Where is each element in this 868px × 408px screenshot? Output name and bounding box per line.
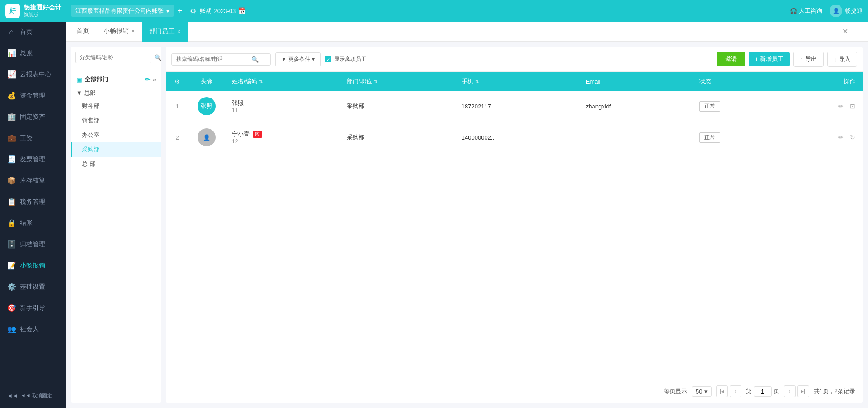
dept-child-general[interactable]: 总 部 [71, 157, 161, 171]
sidebar-item-expense[interactable]: 📝 小畅报销 [0, 255, 66, 276]
th-phone[interactable]: 手机 ⇅ [454, 72, 579, 91]
invite-button[interactable]: 邀请 [717, 52, 745, 66]
home-icon: ⌂ [7, 28, 15, 36]
ledger-icon: 📊 [7, 49, 15, 57]
sidebar-item-invoice[interactable]: 🧾 发票管理 [0, 149, 66, 170]
show-resign-label[interactable]: ✓ 显示离职员工 [325, 56, 367, 63]
edit-icon[interactable]: ✏ [838, 103, 844, 110]
table-header-row: ⚙ 头像 姓名/编码 ⇅ 部门/ [166, 72, 863, 91]
export-button[interactable]: ↑ 导出 [793, 52, 824, 67]
service-label: 人工咨询 [799, 7, 822, 15]
dept-child-label: 采购部 [82, 146, 99, 153]
th-dept[interactable]: 部门/职位 ⇅ [340, 72, 454, 91]
sidebar-item-funds[interactable]: 💰 资金管理 [0, 85, 66, 106]
emp-email: zhangxidf... [586, 103, 616, 110]
sidebar-bottom: ◄◄ ◄◄ 取消固定 [0, 383, 66, 408]
dept-child-office[interactable]: 办公室 [71, 128, 161, 142]
tab-home[interactable]: 首页 [69, 22, 96, 42]
sidebar-item-tax[interactable]: 📋 税务管理 [0, 191, 66, 212]
th-name[interactable]: 姓名/编码 ⇅ [225, 72, 340, 91]
page-next-button[interactable]: › [784, 385, 796, 397]
sidebar-item-archive[interactable]: 🗄️ 归档管理 [0, 234, 66, 255]
sidebar-item-inventory[interactable]: 📦 库存核算 [0, 170, 66, 191]
avatar-person-icon: 👤 [203, 134, 210, 141]
emp-dept: 采购部 [347, 102, 447, 110]
tab-dept-emp-close[interactable]: × [177, 28, 180, 35]
sidebar-item-label: 社会人 [20, 325, 39, 333]
emp-code: 12 [232, 138, 332, 145]
page-first-button[interactable]: |◂ [716, 385, 728, 397]
dept-parent-label: 总部 [84, 89, 96, 96]
top-right: 🎧 人工咨询 👤 畅捷通 [790, 5, 863, 17]
dept-search-icon[interactable]: 🔍 [154, 54, 161, 61]
edit-icon[interactable]: ✏ [838, 134, 844, 141]
export-icon: ↑ [800, 56, 803, 63]
close-window-button[interactable]: ✕ [840, 25, 850, 38]
toolbar: 🔍 ▼ 更多条件 ▾ ✓ 显示离职员工 邀请 + 新增员工 [166, 47, 863, 72]
dept-edit-icon[interactable]: ✏ [145, 76, 150, 83]
logo-area: 好 畅捷通好会计 旗舰版 [5, 4, 71, 18]
emp-dept: 采购部 [347, 133, 447, 141]
gear-icon: ⚙️ [7, 282, 15, 291]
dept-all-button[interactable]: ▣ 全部部门 ✏ « [71, 72, 161, 87]
main-search-input[interactable] [176, 56, 249, 62]
th-gear[interactable]: ⚙ [166, 72, 189, 91]
refresh-icon[interactable]: ↻ [850, 134, 855, 141]
dept-parent-head[interactable]: ▼ 总部 [71, 87, 161, 99]
filter-chevron-icon: ▾ [312, 56, 315, 62]
page-input-area: 第 1 页 [746, 386, 779, 397]
add-company-button[interactable]: + [174, 6, 186, 16]
sidebar-item-social[interactable]: 👥 社会人 [0, 319, 66, 340]
dept-search-input[interactable] [75, 52, 151, 63]
emp-phone: 140000002... [462, 134, 496, 141]
row-avatar: 张照 [189, 91, 225, 122]
page-number-input[interactable]: 1 [754, 386, 772, 397]
dept-tree: ▣ 全部部门 ✏ « ▼ 总部 财务部 [71, 68, 161, 403]
page-prev-button[interactable]: ‹ [730, 385, 741, 397]
sidebar-item-guide[interactable]: 🎯 新手引导 [0, 297, 66, 319]
settings-icon[interactable]: ⚙ [186, 7, 200, 15]
tab-expense-close[interactable]: × [132, 28, 135, 34]
status-badge: 正常 [699, 132, 720, 143]
logo-icon: 好 [5, 4, 20, 18]
maximize-window-button[interactable]: ⛶ [854, 26, 864, 38]
per-page-select[interactable]: 50 ▾ [692, 386, 711, 397]
dept-child-purchase[interactable]: 采购部 [71, 142, 161, 157]
company-selector[interactable]: 江西服宝精品有限责任公司内账张 ▾ [71, 5, 174, 17]
sidebar-item-settings[interactable]: ⚙️ 基础设置 [0, 276, 66, 297]
dept-child-sales[interactable]: 销售部 [71, 113, 161, 128]
th-status: 状态 [692, 72, 782, 91]
calendar-icon[interactable]: 📅 [238, 7, 246, 14]
logout-icon[interactable]: ⊡ [850, 103, 855, 110]
unfix-sidebar-button[interactable]: ◄◄ ◄◄ 取消固定 [0, 388, 66, 403]
per-page-label: 每页显示 [664, 387, 687, 395]
add-employee-button[interactable]: + 新增员工 [749, 52, 790, 66]
th-phone-label: 手机 [462, 77, 473, 85]
sidebar-item-label: 归档管理 [20, 240, 45, 249]
import-button[interactable]: ↓ 导入 [827, 52, 858, 67]
sidebar-item-assets[interactable]: 🏢 固定资产 [0, 106, 66, 127]
sidebar-item-label: 云报表中心 [20, 70, 52, 79]
sidebar-item-close[interactable]: 🔒 结账 [0, 212, 66, 234]
sidebar-item-reports[interactable]: 📈 云报表中心 [0, 64, 66, 85]
show-resign-checkbox[interactable]: ✓ [325, 56, 331, 62]
sidebar-item-payroll[interactable]: 💼 工资 [0, 127, 66, 149]
dept-collapse-icon[interactable]: « [153, 76, 156, 83]
unfix-icon: ◄◄ [7, 393, 18, 399]
tab-expense[interactable]: 小畅报销 × [96, 22, 142, 42]
main-search-icon[interactable]: 🔍 [251, 56, 259, 63]
sidebar-item-ledger[interactable]: 📊 总账 [0, 42, 66, 64]
more-filter-button[interactable]: ▼ 更多条件 ▾ [275, 52, 321, 66]
dept-child-finance[interactable]: 财务部 [71, 99, 161, 113]
sidebar-item-label: 资金管理 [20, 92, 45, 100]
archive-icon: 🗄️ [7, 240, 15, 249]
page-last-button[interactable]: ▸| [797, 385, 809, 397]
tab-dept-emp[interactable]: 部门员工 × [142, 22, 188, 42]
tab-bar: 首页 小畅报销 × 部门员工 × ✕ ⛶ [66, 22, 868, 42]
service-button[interactable]: 🎧 人工咨询 [790, 7, 822, 15]
user-area[interactable]: 👤 畅捷通 [830, 5, 863, 17]
reports-icon: 📈 [7, 70, 15, 79]
sidebar-item-label: 发票管理 [20, 155, 45, 164]
main-layout: ⌂ 首页 📊 总账 📈 云报表中心 💰 资金管理 🏢 固定资产 💼 工资 🧾 发… [0, 22, 868, 408]
sidebar-item-home[interactable]: ⌂ 首页 [0, 22, 66, 42]
